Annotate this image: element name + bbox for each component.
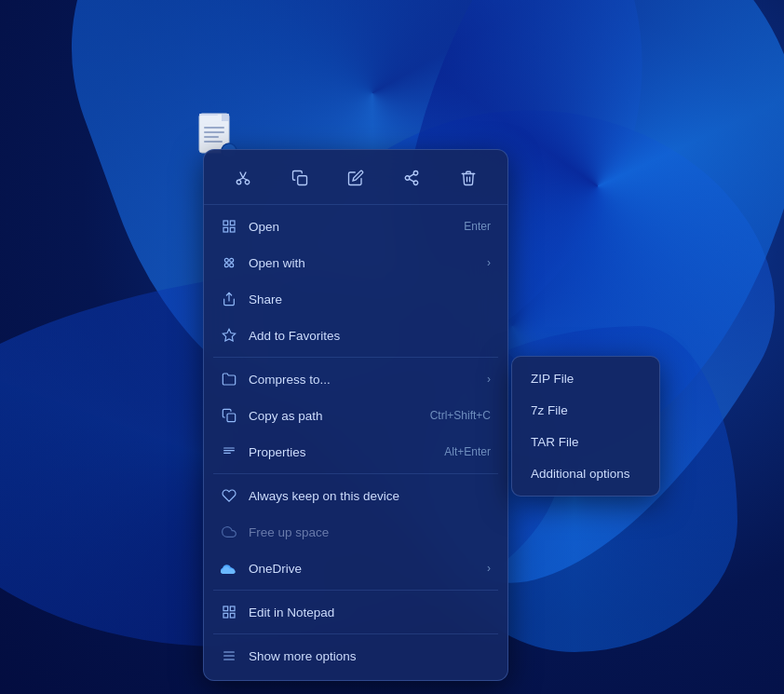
menu-item-favorites[interactable]: Add to Favorites — [208, 318, 504, 353]
svg-line-14 — [410, 179, 414, 182]
share-label: Share — [249, 293, 491, 306]
properties-icon — [221, 443, 237, 460]
open-icon — [221, 218, 237, 235]
share-button[interactable] — [395, 161, 428, 195]
svg-rect-2 — [222, 114, 229, 121]
svg-line-15 — [410, 174, 414, 177]
copy-button[interactable] — [283, 161, 317, 195]
more-options-label: Show more options — [249, 649, 491, 663]
favorites-label: Add to Favorites — [249, 329, 491, 343]
copy-path-label: Copy as path — [249, 409, 419, 423]
properties-shortcut: Alt+Enter — [444, 445, 491, 458]
compress-label: Compress to... — [249, 373, 476, 387]
svg-rect-30 — [223, 606, 228, 611]
separator-4 — [213, 633, 498, 634]
delete-button[interactable] — [452, 161, 485, 195]
compress-icon — [221, 371, 237, 388]
menu-item-share[interactable]: Share — [208, 281, 504, 317]
svg-rect-1 — [199, 114, 218, 116]
copy-path-icon — [221, 407, 237, 424]
7z-label: 7z File — [531, 403, 568, 417]
svg-rect-16 — [223, 221, 228, 225]
open-shortcut: Enter — [464, 220, 491, 233]
svg-point-8 — [237, 180, 241, 184]
svg-rect-4 — [204, 131, 224, 133]
cut-btn[interactable] — [226, 161, 260, 195]
open-with-icon — [221, 254, 237, 271]
menu-item-properties[interactable]: Properties Alt+Enter — [208, 434, 504, 469]
svg-rect-18 — [230, 227, 235, 232]
properties-label: Properties — [249, 445, 433, 459]
toolbar-row — [204, 156, 507, 205]
svg-point-23 — [230, 264, 234, 267]
svg-rect-32 — [230, 613, 235, 618]
onedrive-arrow: › — [487, 562, 491, 575]
menu-item-more-options[interactable]: Show more options — [208, 638, 504, 674]
always-keep-icon — [221, 487, 237, 504]
notepad-icon — [221, 604, 237, 620]
svg-rect-10 — [297, 176, 306, 185]
open-label: Open — [249, 220, 453, 234]
menu-item-onedrive[interactable]: OneDrive › — [208, 551, 504, 586]
svg-rect-5 — [204, 136, 219, 138]
svg-marker-25 — [223, 329, 235, 341]
zip-label: ZIP File — [531, 372, 574, 386]
submenu-additional[interactable]: Additional options — [516, 458, 656, 489]
menu-item-edit-notepad[interactable]: Edit in Notepad — [208, 594, 504, 630]
separator-2 — [213, 473, 498, 474]
menu-item-open[interactable]: Open Enter — [208, 209, 504, 244]
svg-point-21 — [230, 258, 234, 262]
tar-label: TAR File — [531, 435, 579, 449]
context-menu: Open Enter Open with › Share Add to Favo… — [203, 149, 508, 681]
menu-item-free-up: Free up space — [208, 514, 504, 550]
edit-notepad-label: Edit in Notepad — [249, 606, 491, 619]
svg-point-9 — [245, 180, 250, 184]
always-keep-label: Always keep on this device — [249, 489, 491, 503]
compress-arrow: › — [487, 373, 491, 386]
menu-item-always-keep[interactable]: Always keep on this device — [208, 478, 504, 513]
open-with-label: Open with — [249, 256, 476, 270]
svg-rect-3 — [204, 127, 224, 129]
open-with-arrow: › — [487, 256, 491, 269]
submenu-zip[interactable]: ZIP File — [516, 363, 656, 394]
share-menu-icon — [221, 291, 237, 307]
onedrive-label: OneDrive — [249, 562, 476, 576]
copy-path-shortcut: Ctrl+Shift+C — [430, 409, 491, 422]
onedrive-icon — [221, 560, 237, 577]
compress-submenu: ZIP File 7z File TAR File Additional opt… — [511, 356, 660, 497]
free-up-icon — [221, 524, 237, 540]
separator-3 — [213, 590, 498, 591]
svg-point-20 — [224, 258, 228, 262]
svg-rect-31 — [230, 606, 235, 611]
svg-rect-19 — [223, 227, 228, 232]
rename-button[interactable] — [339, 161, 372, 195]
menu-item-copy-path[interactable]: Copy as path Ctrl+Shift+C — [208, 398, 504, 433]
favorites-icon — [221, 327, 237, 344]
svg-rect-26 — [227, 414, 236, 422]
svg-point-22 — [224, 264, 228, 267]
svg-rect-6 — [204, 141, 223, 143]
menu-item-open-with[interactable]: Open with › — [208, 245, 504, 280]
free-up-label: Free up space — [249, 525, 491, 539]
submenu-7z[interactable]: 7z File — [516, 395, 656, 426]
svg-rect-33 — [223, 613, 228, 618]
more-options-icon — [221, 647, 237, 664]
menu-item-compress[interactable]: Compress to... › ZIP File 7z File TAR Fi… — [208, 361, 504, 397]
separator-1 — [213, 357, 498, 358]
submenu-tar[interactable]: TAR File — [516, 427, 656, 457]
svg-rect-17 — [230, 221, 235, 225]
additional-label: Additional options — [531, 467, 630, 481]
